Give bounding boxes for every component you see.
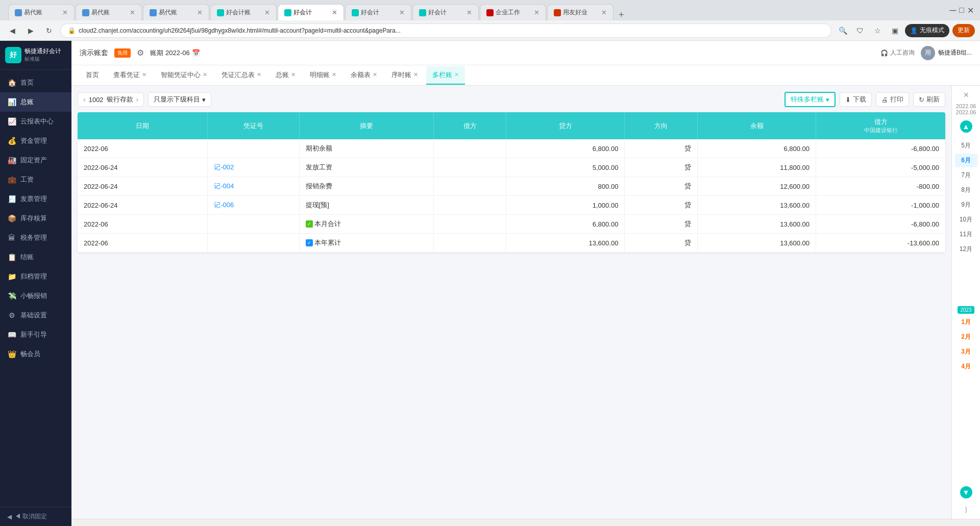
browser-tab-6[interactable]: 好会计✕ bbox=[412, 4, 479, 20]
timeline-close-button[interactable]: ✕ bbox=[952, 88, 980, 102]
settings-icon[interactable]: ⚙ bbox=[137, 48, 144, 58]
browser-tab-4[interactable]: 好会计✕ bbox=[278, 4, 344, 20]
timeline-month-2023-2月[interactable]: 2月 bbox=[955, 330, 977, 344]
unpin-button[interactable]: ◀ ◀ 取消固定 bbox=[0, 507, 71, 526]
voucher-link[interactable]: 记-002 bbox=[214, 163, 234, 171]
tab-明细账[interactable]: 明细账✕ bbox=[304, 66, 342, 85]
tab-close-icon[interactable]: ✕ bbox=[332, 9, 337, 16]
sidebar-item-云报表中心[interactable]: 📈云报表中心 bbox=[0, 112, 71, 131]
tab-close-icon[interactable]: ✕ bbox=[264, 9, 270, 16]
sidebar-item-基础设置[interactable]: ⚙基础设置 bbox=[0, 306, 71, 325]
sidebar-item-总账[interactable]: 📊总账 bbox=[0, 92, 71, 112]
tab-label: 余额表 bbox=[351, 70, 371, 80]
timeline-month-6月[interactable]: 6月 bbox=[955, 154, 977, 167]
search-icon[interactable]: 🔍 bbox=[836, 23, 850, 38]
forward-button[interactable]: ▶ bbox=[23, 23, 38, 38]
timeline-month-9月[interactable]: 9月 bbox=[955, 198, 977, 212]
tab-close-icon[interactable]: ✕ bbox=[601, 9, 607, 16]
refresh-button[interactable]: ↻ 刷新 bbox=[913, 92, 945, 107]
browser-tab-0[interactable]: 易代账✕ bbox=[8, 4, 75, 20]
tab-首页[interactable]: 首页 bbox=[80, 66, 105, 85]
filter-dropdown[interactable]: 只显示下级科目 ▾ bbox=[148, 92, 211, 107]
cell-date: 2022-06 bbox=[78, 215, 208, 234]
tab-close-icon[interactable]: ✕ bbox=[291, 71, 296, 78]
browser-tab-2[interactable]: 易代账✕ bbox=[143, 4, 209, 20]
timeline-month-2023-3月[interactable]: 3月 bbox=[955, 345, 977, 359]
sidebar-item-税务管理[interactable]: 🏛税务管理 bbox=[0, 228, 71, 247]
tab-close-icon[interactable]: ✕ bbox=[130, 9, 135, 16]
browser-tab-3[interactable]: 好会计账✕ bbox=[210, 4, 277, 20]
service-button[interactable]: 🎧 人工咨询 bbox=[880, 48, 915, 57]
tab-close-icon[interactable]: ✕ bbox=[467, 9, 472, 16]
browser-tab-1[interactable]: 易代账✕ bbox=[76, 4, 142, 20]
demo-account-label: 演示账套 bbox=[80, 48, 108, 58]
minimize-btn[interactable]: ─ bbox=[950, 5, 957, 16]
close-btn[interactable]: ✕ bbox=[967, 6, 974, 15]
sidebar-item-资金管理[interactable]: 💰资金管理 bbox=[0, 131, 71, 151]
sidebar-item-小畅报销[interactable]: 💸小畅报销 bbox=[0, 286, 71, 306]
next-account-button[interactable]: › bbox=[136, 95, 139, 104]
tab-close-icon[interactable]: ✕ bbox=[534, 9, 540, 16]
shield-icon[interactable]: 🛡 bbox=[853, 23, 867, 38]
sidebar-toggle-icon[interactable]: ▣ bbox=[888, 23, 902, 38]
sidebar-item-畅会员[interactable]: 👑畅会员 bbox=[0, 344, 71, 364]
tab-close-icon[interactable]: ✕ bbox=[454, 71, 459, 78]
bottom-scrollbar[interactable] bbox=[71, 519, 980, 526]
timeline-expand-button[interactable]: ⟩ bbox=[952, 503, 980, 517]
sidebar-item-发票管理[interactable]: 🧾发票管理 bbox=[0, 189, 71, 209]
tab-close-icon[interactable]: ✕ bbox=[332, 71, 336, 78]
timeline-month-2023-4月[interactable]: 4月 bbox=[955, 360, 977, 373]
update-button[interactable]: 更新 bbox=[952, 24, 975, 37]
prev-account-button[interactable]: ‹ bbox=[83, 95, 86, 104]
voucher-link[interactable]: 记-004 bbox=[214, 182, 234, 190]
timeline-month-11月[interactable]: 11月 bbox=[955, 228, 977, 241]
period-selector[interactable]: 账期 2022-06 📅 bbox=[150, 48, 200, 58]
tab-总账[interactable]: 总账✕ bbox=[270, 66, 302, 85]
star-icon[interactable]: ☆ bbox=[870, 23, 885, 38]
sidebar-item-工资[interactable]: 💼工资 bbox=[0, 170, 71, 189]
browser-tab-8[interactable]: 用友好业✕ bbox=[547, 4, 614, 20]
tab-智能凭证中心[interactable]: 智能凭证中心✕ bbox=[155, 66, 213, 85]
timeline-month-10月[interactable]: 10月 bbox=[955, 213, 977, 227]
sidebar-item-结账[interactable]: 📋结账 bbox=[0, 247, 71, 267]
timeline-down-button[interactable]: ▼ bbox=[960, 486, 972, 498]
sidebar-item-归档管理[interactable]: 📁归档管理 bbox=[0, 267, 71, 286]
tab-序时账[interactable]: 序时账✕ bbox=[385, 66, 424, 85]
tab-close-icon[interactable]: ✕ bbox=[203, 71, 207, 78]
timeline-month-2023-1月[interactable]: 1月 bbox=[955, 315, 977, 329]
tab-凭证汇总表[interactable]: 凭证汇总表✕ bbox=[215, 66, 267, 85]
tab-多栏账[interactable]: 多栏账✕ bbox=[426, 66, 465, 85]
tab-close-icon[interactable]: ✕ bbox=[257, 71, 261, 78]
no-trace-button[interactable]: 👤 无痕模式 bbox=[905, 24, 949, 37]
timeline-month-7月[interactable]: 7月 bbox=[955, 168, 977, 182]
address-input[interactable]: 🔒 cloud2.chanjet.com/accounting/uh26t264… bbox=[60, 23, 831, 38]
download-button[interactable]: ⬇ 下载 bbox=[840, 92, 872, 107]
sidebar-item-库存核算[interactable]: 📦库存核算 bbox=[0, 209, 71, 228]
tab-favicon bbox=[82, 9, 89, 16]
browser-tab-5[interactable]: 好会计✕ bbox=[345, 4, 411, 20]
timeline-month-5月[interactable]: 5月 bbox=[955, 139, 977, 153]
user-info[interactable]: 用 畅捷通B组... bbox=[921, 46, 972, 60]
tab-close-icon[interactable]: ✕ bbox=[62, 9, 68, 16]
tab-close-icon[interactable]: ✕ bbox=[142, 71, 146, 78]
reload-button[interactable]: ↻ bbox=[42, 23, 56, 38]
tab-close-icon[interactable]: ✕ bbox=[413, 71, 418, 78]
timeline-up-button[interactable]: ▲ bbox=[960, 120, 972, 133]
maximize-btn[interactable]: □ bbox=[959, 6, 964, 15]
browser-tab-7[interactable]: 企业工作✕ bbox=[480, 4, 546, 20]
sidebar-item-首页[interactable]: 🏠首页 bbox=[0, 73, 71, 92]
tab-close-icon[interactable]: ✕ bbox=[197, 9, 203, 16]
print-button[interactable]: 🖨 打印 bbox=[876, 92, 909, 107]
timeline-month-8月[interactable]: 8月 bbox=[955, 183, 977, 197]
timeline-month-12月[interactable]: 12月 bbox=[955, 242, 977, 256]
tab-close-icon[interactable]: ✕ bbox=[373, 71, 377, 78]
tab-close-icon[interactable]: ✕ bbox=[399, 9, 405, 16]
new-tab-button[interactable]: + bbox=[615, 10, 628, 20]
voucher-link[interactable]: 记-006 bbox=[214, 201, 234, 209]
tab-余额表[interactable]: 余额表✕ bbox=[345, 66, 383, 85]
special-multi-button[interactable]: 特殊多栏账 ▾ bbox=[785, 92, 836, 107]
back-button[interactable]: ◀ bbox=[5, 23, 19, 38]
tab-查看凭证[interactable]: 查看凭证✕ bbox=[107, 66, 153, 85]
sidebar-item-新手引导[interactable]: 📖新手引导 bbox=[0, 325, 71, 344]
sidebar-item-固定资产[interactable]: 🏭固定资产 bbox=[0, 151, 71, 170]
